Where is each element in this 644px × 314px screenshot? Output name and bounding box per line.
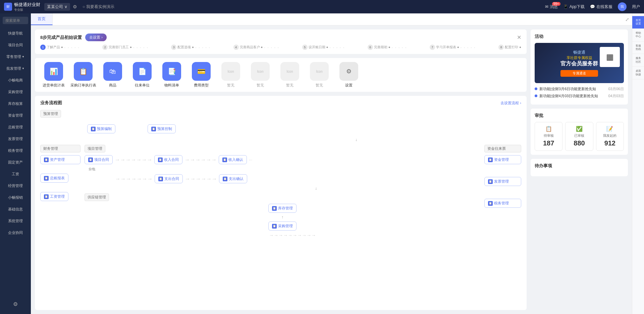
project-section-label: 项目管理	[85, 145, 105, 152]
setup-step-7[interactable]: 7 学习开单报表 ●	[430, 45, 459, 50]
news-item-1[interactable]: 新功能|业财3月6日功能更新抢先知 03月06日	[535, 86, 624, 91]
setup-step-4[interactable]: 4 完善商品客户 ●	[233, 45, 263, 50]
flow-node-salary[interactable]: 📋 工资管理	[40, 192, 68, 201]
sidebar-item-retail[interactable]: 零售管理▼	[0, 51, 31, 63]
sidebar-item-salary[interactable]: 工资	[0, 168, 31, 180]
sidebar-item-basic-info[interactable]: 基础信息	[0, 203, 31, 215]
setup-step-1[interactable]: 1 了解产品 ●	[40, 45, 63, 50]
flow-node-project-contract[interactable]: 📋 项目合同	[85, 155, 113, 164]
empty-icon-4: Icon	[310, 62, 329, 81]
sidebar-item-expense[interactable]: 小畅报销	[0, 192, 31, 203]
sidebar-item-invoice[interactable]: 发票管理	[0, 133, 31, 145]
flow-node-tax-mgmt[interactable]: 📋 税务管理	[484, 199, 521, 208]
bom-icon: 📑	[162, 62, 181, 81]
quick-icon-goods[interactable]: 🛍 商品	[99, 62, 126, 88]
quick-icon-purchase-stats[interactable]: 📊 进货单统计表	[40, 62, 67, 88]
online-service-button[interactable]: 💬 在线客服	[590, 4, 612, 10]
flow-node-asset[interactable]: 📋 资产管理	[40, 155, 80, 164]
right-sidebar-community[interactable]: 服务社区	[632, 54, 644, 67]
approval-card: 审批 📋 待审核 187 ✅ 已审核 880 📝	[531, 109, 628, 155]
demo-link[interactable]: 我要看实例演示	[83, 4, 114, 10]
business-flow-section: 业务流程图 去设置流程 › 预算管理	[35, 96, 527, 310]
promo-button[interactable]: 专属通道	[560, 70, 598, 77]
sidebar-item-quick-nav[interactable]: 快捷导航	[0, 27, 31, 39]
topbar-right: ✉ 消息 99+ 📱 App下载 💬 在线客服 我 用户	[545, 2, 640, 11]
page-content: 8步完成产品初始设置 去设置 › ✕ 1 了解产品 ● - - - - - 2 …	[31, 25, 632, 314]
flow-node-expense-confirm[interactable]: 📋 支出确认	[219, 174, 247, 183]
promo-text: 畅捷通 享社群专属权益 官方会员服务群 专属通道	[560, 50, 598, 77]
sidebar-bottom: ⚙	[10, 294, 21, 314]
quick-icon-expense-type[interactable]: 💳 费用类型	[188, 62, 215, 88]
sidebar-item-wholesale[interactable]: 批发管理▼	[0, 63, 31, 74]
flow-node-income-contract[interactable]: 📋 收入合同	[154, 155, 182, 164]
approval-title: 审批	[535, 113, 624, 119]
main-layout: 快捷导航 项目合同 零售管理▼ 批发管理▼ 小畅电商 采购管理 库存核算 资金管…	[0, 13, 644, 314]
messages-button[interactable]: ✉ 消息 99+	[545, 4, 558, 10]
right-sidebar-home-settings[interactable]: 首页设置	[632, 16, 644, 29]
search-input[interactable]	[3, 17, 28, 24]
sidebar-gear-icon[interactable]: ⚙	[13, 298, 18, 311]
sidebar-item-inventory[interactable]: 库存核算	[0, 98, 31, 110]
flow-node-invoice-mgmt[interactable]: 📋 发票管理	[484, 177, 521, 186]
sidebar-item-purchase[interactable]: 采购管理	[0, 86, 31, 98]
pending-icon: 📋	[537, 126, 560, 132]
purchase-stats-icon: 📊	[44, 62, 63, 81]
setup-step-5[interactable]: 5 设开账日期 ●	[302, 45, 328, 50]
sidebar-item-system[interactable]: 系统管理	[0, 215, 31, 227]
business-flow-header: 业务流程图 去设置流程 ›	[40, 100, 521, 106]
right-panel: 活动 畅捷通 享社群专属权益 官方会员服务群 专属通道 ▦	[531, 29, 628, 310]
setup-close-button[interactable]: ✕	[517, 34, 521, 41]
flow-node-purchase[interactable]: 📋 采购管理	[268, 222, 297, 231]
quick-icon-empty1[interactable]: Icon 暂无	[217, 62, 244, 88]
goods-icon: 🛍	[103, 62, 122, 81]
flow-node-expense-contract[interactable]: 📋 支出合同	[155, 174, 183, 183]
quick-icon-empty4[interactable]: Icon 暂无	[306, 62, 333, 88]
quick-icon-empty2[interactable]: Icon 暂无	[247, 62, 274, 88]
sidebar-item-operations[interactable]: 经营管理	[0, 180, 31, 192]
sidebar-item-tax[interactable]: 税务管理	[0, 145, 31, 156]
quick-icon-settings[interactable]: ⚙ 设置	[335, 62, 362, 88]
flow-node-income-confirm[interactable]: 📋 收入确认	[219, 155, 247, 164]
quick-icon-empty3[interactable]: Icon 暂无	[276, 62, 303, 88]
quick-icon-purchase-order[interactable]: 📋 采购订单执行表	[70, 62, 97, 88]
app-download-button[interactable]: 📱 App下载	[563, 4, 585, 10]
sub-package-label: 分包	[89, 167, 480, 172]
tab-home[interactable]: 首页	[31, 13, 53, 25]
topbar-settings-icon[interactable]: ⚙	[73, 4, 77, 9]
right-sidebar-help[interactable]: 帮助中心	[632, 29, 644, 42]
flow-node-capital-mgmt[interactable]: 📋 资金管理	[484, 155, 521, 164]
expand-button[interactable]: ⤢	[625, 17, 629, 22]
quick-icon-bom[interactable]: 📑 物料清单	[158, 62, 185, 88]
content-area: 首页 ⤢ 8步完成产品初始设置 去设置 › ✕ 1	[31, 13, 632, 314]
user-avatar[interactable]: 我	[618, 2, 627, 11]
flow-node-ledger[interactable]: 📋 总账报表	[40, 174, 68, 183]
logo-text: 畅捷通好业财 专业版	[14, 2, 40, 12]
sidebar-item-project-contract[interactable]: 项目合同	[0, 39, 31, 51]
approval-pending[interactable]: 📋 待审核 187	[535, 122, 562, 151]
promo-banner[interactable]: 畅捷通 享社群专属权益 官方会员服务群 专属通道 ▦	[535, 43, 624, 83]
flow-node-budget-make[interactable]: 📋 预算编制	[87, 124, 115, 133]
quick-icon-partners[interactable]: 📄 往来单位	[129, 62, 156, 88]
right-sidebar-desktop[interactable]: 桌面快捷	[632, 67, 644, 79]
sidebar-item-enterprise[interactable]: 企业协同	[0, 227, 31, 239]
sidebar-item-ecommerce[interactable]: 小畅电商	[0, 74, 31, 86]
approval-initiated[interactable]: 📝 我发起的 912	[596, 122, 624, 151]
sidebar-item-fixed-assets[interactable]: 固定资产	[0, 156, 31, 168]
sidebar-item-capital[interactable]: 资金管理	[0, 110, 31, 121]
flow-node-inventory[interactable]: 📋 库存管理	[268, 204, 297, 213]
news-item-2[interactable]: 新功能|业财4月03日功能更新抢先知 04月03日	[535, 93, 624, 99]
flow-settings-link[interactable]: 去设置流程 ›	[500, 101, 521, 106]
sidebar-item-ledger[interactable]: 总账管理	[0, 121, 31, 133]
setup-step-8[interactable]: 8 配置打印 ●	[498, 45, 521, 50]
empty-icon-1: Icon	[221, 62, 240, 81]
flow-node-budget-control[interactable]: 📋 预算控制	[148, 124, 176, 133]
approval-approved[interactable]: ✅ 已审核 880	[565, 122, 593, 151]
setup-step-2[interactable]: 2 完善部门员工 ●	[102, 45, 132, 50]
user-name[interactable]: 用户	[632, 4, 640, 10]
setup-step-6[interactable]: 6 完善期初 ●	[368, 45, 390, 50]
quick-icons-section: 📊 进货单统计表 📋 采购订单执行表 🛍 商品 📄	[35, 58, 527, 92]
setup-button[interactable]: 去设置 ›	[85, 34, 107, 41]
company-selector[interactable]: 某某公司 ∨	[44, 3, 70, 11]
setup-step-3[interactable]: 3 配置选项 ●	[171, 45, 194, 50]
right-sidebar-hotline[interactable]: 客服热线	[632, 42, 644, 54]
